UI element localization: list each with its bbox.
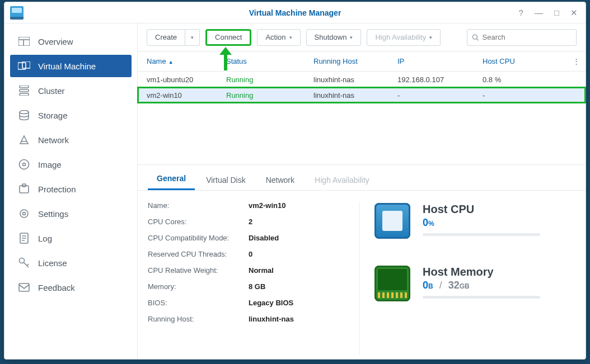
table-row[interactable]: vm2-win10 Running linuxhint-nas - - <box>138 87 586 103</box>
create-button[interactable]: Create <box>147 29 185 46</box>
search-icon <box>472 34 479 41</box>
tab-virtual-disk[interactable]: Virtual Disk <box>197 170 255 190</box>
svg-point-14 <box>20 210 28 218</box>
sidebar-item-label: License <box>38 258 67 268</box>
sidebar-item-label: Virtual Machine <box>38 62 96 71</box>
table-row[interactable]: vm1-ubuntu20 Running linuxhint-nas 192.1… <box>138 72 586 87</box>
memory-icon <box>374 266 410 301</box>
table-header: Name▲ Status Running Host IP Host CPU ⋮ <box>138 51 586 72</box>
svg-point-15 <box>23 212 26 215</box>
col-status[interactable]: Status <box>226 57 313 65</box>
svg-rect-6 <box>20 89 29 92</box>
sidebar-item-image[interactable]: Image <box>10 153 132 176</box>
sidebar-item-label: Protection <box>38 185 76 194</box>
svg-line-25 <box>477 39 479 40</box>
app-icon <box>10 6 24 20</box>
sidebar-item-label: Settings <box>38 209 68 219</box>
mail-icon <box>18 282 30 292</box>
log-icon <box>18 233 30 243</box>
sidebar-item-protection[interactable]: Protection <box>10 178 132 200</box>
storage-icon <box>18 110 30 120</box>
detail-tabs: General Virtual Disk Network High Availa… <box>138 165 586 191</box>
minimize-icon[interactable]: — <box>535 8 543 18</box>
stat-host-cpu: Host CPU 0% <box>374 203 571 239</box>
search-box[interactable] <box>467 29 577 46</box>
gear-icon <box>18 209 30 219</box>
svg-rect-23 <box>19 283 29 291</box>
svg-rect-0 <box>18 37 30 46</box>
table-body: vm1-ubuntu20 Running linuxhint-nas 192.1… <box>138 72 586 161</box>
sidebar-item-settings[interactable]: Settings <box>10 202 132 225</box>
sidebar-item-label: Image <box>38 160 62 169</box>
chevron-down-icon: ▾ <box>191 35 194 40</box>
cluster-icon <box>18 86 30 96</box>
sidebar-item-label: Overview <box>38 37 73 46</box>
sidebar-item-log[interactable]: Log <box>10 227 132 249</box>
cpu-icon <box>374 203 410 239</box>
col-name[interactable]: Name▲ <box>142 57 226 65</box>
disc-icon <box>18 159 30 169</box>
sidebar-item-label: Feedback <box>38 283 75 292</box>
sidebar-item-label: Network <box>38 135 69 145</box>
tab-network[interactable]: Network <box>257 170 303 190</box>
action-button[interactable]: Action▾ <box>257 29 300 46</box>
tab-general[interactable]: General <box>148 168 195 190</box>
sidebar-item-label: Cluster <box>38 86 65 96</box>
key-icon <box>18 258 30 268</box>
sort-asc-icon: ▲ <box>168 59 174 65</box>
svg-line-22 <box>27 264 29 266</box>
vm-icon <box>18 61 30 71</box>
close-icon[interactable]: ✕ <box>570 8 578 18</box>
sidebar-item-cluster[interactable]: Cluster <box>10 79 132 102</box>
ha-button: High Availability▾ <box>367 29 441 46</box>
sidebar-item-overview[interactable]: Overview <box>10 30 132 53</box>
svg-rect-7 <box>20 93 29 96</box>
svg-point-10 <box>20 160 29 169</box>
toolbar: Create ▾ Connect Action▾ Shutdown▾ High … <box>138 23 586 51</box>
properties-list: Name:vm2-win10 CPU Cores:2 CPU Compatibi… <box>144 197 356 359</box>
col-ip[interactable]: IP <box>397 57 483 65</box>
dashboard-icon <box>18 36 30 46</box>
maximize-icon[interactable]: □ <box>554 8 559 18</box>
sidebar-item-license[interactable]: License <box>10 252 132 274</box>
connect-button[interactable]: Connect <box>205 29 251 46</box>
divider <box>359 202 360 354</box>
svg-point-11 <box>23 163 26 166</box>
sidebar: Overview Virtual Machine Cluster Storage… <box>4 23 138 359</box>
chevron-down-icon: ▾ <box>429 35 432 40</box>
sidebar-item-network[interactable]: Network <box>10 129 132 151</box>
search-input[interactable] <box>483 33 572 41</box>
col-more-icon[interactable]: ⋮ <box>555 57 586 65</box>
create-dropdown[interactable]: ▾ <box>185 29 200 46</box>
sidebar-item-label: Storage <box>38 111 68 120</box>
cpu-bar <box>423 233 540 236</box>
shutdown-button[interactable]: Shutdown▾ <box>306 29 362 46</box>
memory-bar <box>423 296 540 299</box>
sidebar-item-virtual-machine[interactable]: Virtual Machine <box>10 55 132 77</box>
sidebar-item-label: Log <box>38 234 52 243</box>
shield-icon <box>18 184 30 194</box>
sidebar-item-storage[interactable]: Storage <box>10 104 132 126</box>
help-icon[interactable]: ? <box>519 8 523 18</box>
svg-rect-5 <box>20 86 29 88</box>
chevron-down-icon: ▾ <box>289 35 292 40</box>
window-title: Virtual Machine Manager <box>4 8 586 17</box>
network-icon <box>18 135 30 145</box>
svg-point-8 <box>20 111 29 114</box>
svg-point-24 <box>472 35 477 39</box>
stat-host-memory: Host Memory 0B / 32GB <box>374 266 571 301</box>
col-host[interactable]: Running Host <box>313 57 397 65</box>
tab-ha: High Availability <box>306 170 378 190</box>
col-cpu[interactable]: Host CPU <box>483 57 555 65</box>
sidebar-item-feedback[interactable]: Feedback <box>10 276 132 299</box>
chevron-down-icon: ▾ <box>350 35 353 40</box>
